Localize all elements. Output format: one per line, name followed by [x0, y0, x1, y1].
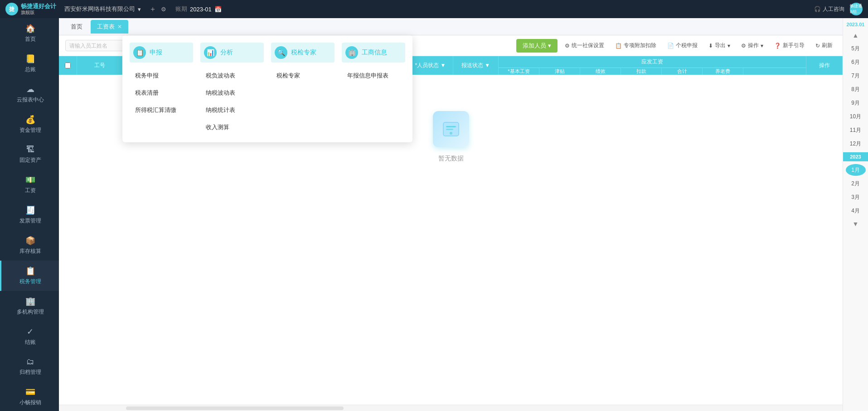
- sidebar-label-cloud: 云报表中心: [17, 96, 44, 104]
- dm-col-shenbao: 📋 申报 税务申报 税表清册 所得税汇算清缴: [130, 43, 193, 135]
- sidebar-item-tax[interactable]: 📋 税务管理: [0, 261, 59, 291]
- headset-icon: 🎧: [814, 6, 821, 12]
- dm-item-income-tax[interactable]: 所得税汇算清缴: [130, 102, 193, 118]
- rp-month-4[interactable]: 4月: [846, 205, 866, 217]
- sidebar-label-home: 首页: [25, 35, 36, 43]
- refresh-btn[interactable]: ↻ 刷新: [812, 40, 836, 51]
- sidebar-item-fund[interactable]: 💰 资金管理: [0, 109, 59, 140]
- rp-month-10[interactable]: 10月: [846, 111, 866, 122]
- rp-month-7[interactable]: 7月: [846, 70, 866, 82]
- dm-item-tax-fluctuation[interactable]: 纳税波动表: [200, 85, 264, 101]
- sidebar-item-fixed-assets[interactable]: 🏗 固定资产: [0, 140, 59, 169]
- rp-month-11[interactable]: 11月: [846, 124, 866, 136]
- sidebar-item-ledger[interactable]: 📒 总账: [0, 48, 59, 79]
- th-base-salary: *基本工资: [499, 68, 539, 75]
- th-wage-group: 应发工资: [499, 56, 806, 68]
- export-btn[interactable]: ⬇ 导出 ▾: [705, 40, 734, 51]
- guide-btn[interactable]: ❓ 新手引导: [771, 40, 808, 51]
- add-person-dropdown-icon: ▾: [548, 42, 551, 49]
- special-label: 专项附加扣除: [624, 42, 656, 49]
- right-panel: 2023.01 ▲ 5月 6月 7月 8月 9月 10月 11月 12月 202…: [843, 18, 868, 411]
- rp-year-label: 2023: [843, 152, 868, 161]
- period-info: 账期 2023-01 📅: [175, 5, 222, 13]
- sidebar-label-multi-org: 多机构管理: [17, 308, 44, 316]
- fenxi-title: 分析: [220, 48, 233, 57]
- rp-month-5[interactable]: 5月: [846, 43, 866, 54]
- tab-home-label: 首页: [71, 23, 82, 31]
- tab-close-icon[interactable]: ✕: [117, 24, 122, 30]
- sidebar: 🏠 首页 📒 总账 ☁ 云报表中心 💰 资金管理 🏗 固定资产 💵 工资 🧾 发…: [0, 18, 59, 411]
- logo-icon: 捷: [5, 3, 18, 15]
- sidebar-item-archive[interactable]: 🗂 归档管理: [0, 352, 59, 382]
- cloud-icon: ☁: [26, 84, 34, 94]
- home-icon: 🏠: [25, 24, 35, 34]
- rp-month-9[interactable]: 9月: [846, 97, 866, 109]
- dm-item-tax-stats[interactable]: 纳税统计表: [200, 102, 264, 118]
- dm-item-tax-expert[interactable]: 税检专家: [271, 68, 335, 83]
- tax-report-btn[interactable]: 📄 个税申报: [664, 40, 701, 51]
- sidebar-item-xiao-chang[interactable]: 💳 小畅报销: [0, 382, 59, 411]
- scrollbar-track[interactable]: [126, 406, 344, 410]
- dm-item-tax-burden[interactable]: 税负波动表: [200, 68, 264, 83]
- th-check[interactable]: [59, 56, 77, 75]
- select-all-checkbox[interactable]: [65, 63, 71, 68]
- rp-month-6[interactable]: 6月: [846, 56, 866, 68]
- social-label: 统一社保设置: [572, 42, 604, 49]
- sidebar-item-invoice[interactable]: 🧾 发票管理: [0, 200, 59, 230]
- user-avatar[interactable]: 畅捷通B组…: [850, 3, 863, 15]
- sidebar-label-tax: 税务管理: [19, 278, 41, 285]
- rp-month-2[interactable]: 2月: [846, 178, 866, 189]
- bottom-scrollbar: [59, 405, 843, 411]
- th-total: 合计: [662, 68, 703, 75]
- tax-dropdown-menu: 📋 申报 税务申报 税表清册 所得税汇算清缴 📊 分析 税负波动表 纳税波动表: [122, 35, 412, 142]
- rp-down-btn[interactable]: ▼: [849, 218, 862, 230]
- gongshang-items: 年报信息申报表: [342, 68, 405, 83]
- rp-up-btn[interactable]: ▲: [849, 29, 862, 42]
- social-settings-btn[interactable]: ⚙ 统一社保设置: [561, 40, 608, 51]
- ops-btn[interactable]: ⚙ 操作 ▾: [737, 40, 767, 51]
- gongshang-title: 工商信息: [362, 48, 387, 57]
- dm-item-income-calc[interactable]: 收入测算: [200, 120, 264, 135]
- sidebar-item-salary[interactable]: 💵 工资: [0, 169, 59, 200]
- export-dropdown-icon: ▾: [727, 43, 730, 49]
- settings-icon[interactable]: ⚙: [161, 6, 166, 13]
- refresh-label: 刷新: [822, 42, 833, 49]
- calendar-icon[interactable]: 📅: [214, 6, 222, 13]
- tab-home[interactable]: 首页: [64, 20, 89, 34]
- sidebar-item-inventory[interactable]: 📦 库存核算: [0, 230, 59, 261]
- dm-item-tax-report[interactable]: 税务申报: [130, 68, 193, 83]
- app-logo: 捷 畅捷通好会计 旗舰版: [5, 3, 56, 15]
- ops-icon: ⚙: [741, 43, 746, 49]
- rp-month-1[interactable]: 1月: [846, 164, 866, 176]
- sidebar-item-cloud-report[interactable]: ☁ 云报表中心: [0, 79, 59, 109]
- sidebar-label-salary: 工资: [25, 187, 36, 194]
- sidebar-label-assets: 固定资产: [19, 156, 41, 164]
- sidebar-label-invoice: 发票管理: [19, 217, 41, 225]
- sidebar-label-xiao-chang: 小畅报销: [19, 399, 41, 406]
- th-send-status: 报送状态 ▼: [453, 56, 499, 75]
- sidebar-item-settlement[interactable]: ✓ 结账: [0, 321, 59, 352]
- dm-item-annual-report[interactable]: 年报信息申报表: [342, 68, 405, 83]
- rp-month-12[interactable]: 12月: [846, 138, 866, 150]
- company-dropdown-icon: ▾: [138, 6, 141, 13]
- company-selector[interactable]: 西安虾米网络科技有限公司 ▾: [61, 3, 145, 15]
- ops-dropdown-icon: ▾: [761, 43, 763, 49]
- rp-month-3[interactable]: 3月: [846, 191, 866, 203]
- top-bar-actions: 🎧 人工咨询 畅捷通B组…: [814, 3, 863, 15]
- tab-salary[interactable]: 工资表 ✕: [91, 20, 128, 34]
- add-company-icon[interactable]: ＋: [149, 5, 156, 14]
- sidebar-item-multi-org[interactable]: 🏢 多机构管理: [0, 291, 59, 321]
- sidebar-item-home[interactable]: 🏠 首页: [0, 18, 59, 48]
- sidebar-label-settlement: 结账: [25, 338, 36, 346]
- add-person-button[interactable]: 添加人员 ▾: [516, 39, 558, 53]
- empty-icon: [433, 111, 469, 147]
- human-service-btn[interactable]: 🎧 人工咨询: [814, 5, 844, 13]
- shuijian-items: 税检专家: [271, 68, 335, 83]
- th-deduction: 扣款: [621, 68, 662, 75]
- company-name: 西安虾米网络科技有限公司: [64, 5, 135, 13]
- rp-month-8[interactable]: 8月: [846, 83, 866, 95]
- special-deduction-btn[interactable]: 📋 专项附加扣除: [611, 40, 660, 51]
- dm-header-shenbao: 📋 申报: [130, 43, 193, 63]
- dm-item-tax-table[interactable]: 税表清册: [130, 85, 193, 101]
- svg-point-3: [450, 132, 452, 135]
